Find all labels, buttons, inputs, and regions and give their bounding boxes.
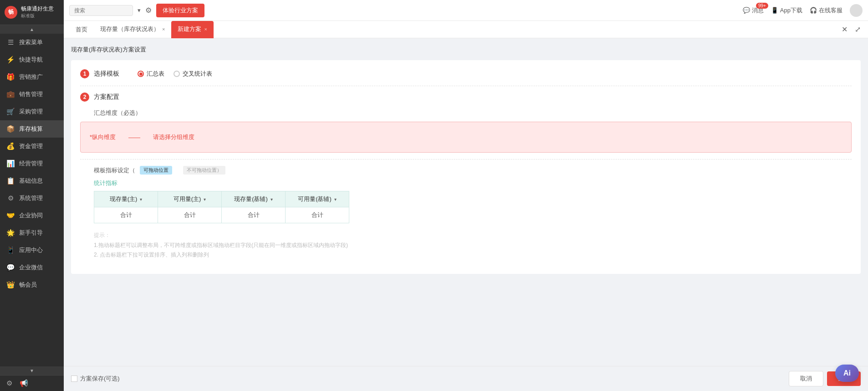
avatar[interactable]	[850, 4, 863, 17]
wechat-icon: 💬	[6, 263, 15, 272]
tips-title: 提示：	[94, 232, 110, 238]
stat-cell-4: 合计	[286, 207, 349, 223]
step1-num: 1	[80, 69, 89, 78]
vertical-dim-box[interactable]: *纵向维度 —— 请选择分组维度	[80, 122, 852, 153]
col3-chevron-icon: ▾	[271, 197, 273, 202]
inventory-status-tab-close-icon[interactable]: ×	[162, 26, 165, 32]
search-input[interactable]	[69, 5, 133, 16]
metric-config: 模板指标设定（ 可拖动位置 不可拖动位置） 统计指标 现存量(主)	[80, 166, 852, 223]
sidebar-item-member-label: 畅会员	[19, 281, 37, 289]
topbar-right: 💬 消息 99+ 📱 App下载 🎧 在线客服	[743, 4, 863, 17]
radio-cross-label: 交叉统计表	[183, 70, 212, 78]
stat-cell-1: 合计	[94, 207, 158, 223]
stat-col-2[interactable]: 可用量(主) ▾	[158, 191, 222, 207]
ai-float-button[interactable]: Ai	[835, 365, 859, 382]
sidebar-scroll-down[interactable]: ▼	[0, 366, 64, 375]
sidebar-item-wechat[interactable]: 💬 企业微信	[0, 259, 64, 276]
management-icon: 📊	[6, 159, 15, 168]
step1-header: 1 选择模板 汇总表 交叉统计表	[80, 69, 852, 78]
purchase-icon: 🛒	[6, 108, 15, 116]
ai-label: Ai	[843, 369, 851, 377]
message-icon: 💬	[743, 7, 750, 14]
stat-col-4[interactable]: 可用量(基辅) ▾	[286, 191, 349, 207]
sidebar-item-marketing[interactable]: 🎁 营销推广	[0, 68, 64, 86]
radio-summary-circle	[138, 71, 144, 77]
expand-panel-icon[interactable]: ⤢	[853, 24, 863, 35]
sidebar-item-basicinfo[interactable]: 📋 基础信息	[0, 172, 64, 190]
dropdown-arrow-icon[interactable]: ▾	[138, 7, 141, 14]
new-scheme-tab-label: 新建方案	[178, 25, 201, 33]
close-panel-icon[interactable]: ✕	[840, 24, 849, 35]
enterprise-icon: 🤝	[6, 211, 15, 220]
col2-chevron-icon: ▾	[204, 197, 206, 202]
tab-home[interactable]: 首页	[69, 21, 94, 38]
save-scheme-checkbox[interactable]	[71, 376, 77, 382]
stat-col-3[interactable]: 现存量(基辅) ▾	[222, 191, 286, 207]
radio-summary-table[interactable]: 汇总表	[138, 70, 164, 78]
radio-cross-table[interactable]: 交叉统计表	[174, 70, 212, 78]
sidebar-scroll-up[interactable]: ▲	[0, 25, 64, 34]
service-label: 在线客服	[819, 6, 842, 15]
service-btn[interactable]: 🎧 在线客服	[810, 6, 842, 15]
settings-icon[interactable]: ⚙	[6, 379, 12, 387]
sidebar-item-quicknav[interactable]: ⚡ 快捷导航	[0, 51, 64, 68]
radio-cross-circle	[174, 71, 180, 77]
stat-col-4-label: 可用量(基辅)	[298, 195, 332, 203]
step1-label: 选择模板	[94, 70, 119, 78]
metric-config-sep	[177, 167, 179, 174]
sidebar-item-member[interactable]: 👑 畅会员	[0, 276, 64, 293]
tab-inventory-status[interactable]: 现存量（库存状况表） ×	[94, 21, 171, 38]
sidebar-item-management[interactable]: 📊 经营管理	[0, 155, 64, 172]
sidebar-item-enterprise[interactable]: 🤝 企业协同	[0, 207, 64, 224]
sidebar-item-quicknav-label: 快捷导航	[19, 56, 43, 64]
sidebar-item-wechat-label: 企业微信	[19, 263, 43, 272]
sidebar-item-search[interactable]: ☰ 搜索菜单	[0, 34, 64, 51]
sidebar-item-sales-label: 销售管理	[19, 90, 43, 98]
member-icon: 👑	[6, 281, 15, 289]
sidebar-item-purchase-label: 采购管理	[19, 108, 43, 116]
app-download-btn[interactable]: 📱 App下载	[771, 6, 802, 15]
sidebar-item-sales[interactable]: 💼 销售管理	[0, 86, 64, 103]
tips-section: 提示： 1.拖动标题栏可以调整布局，不可跨维度或指标区域拖动栏目字段(只能在同一…	[94, 231, 838, 260]
tab-new-scheme[interactable]: 新建方案 ×	[171, 21, 213, 38]
app-logo-icon: 畅	[5, 6, 17, 19]
sidebar-item-newguide[interactable]: 🌟 新手引导	[0, 224, 64, 242]
sidebar-item-inventory-label: 库存核算	[19, 125, 43, 133]
radio-summary-inner	[139, 72, 143, 76]
cancel-button[interactable]: 取消	[789, 371, 823, 386]
sidebar-item-finance-label: 资金管理	[19, 142, 43, 150]
newguide-icon: 🌟	[6, 229, 15, 237]
tabs-bar: 首页 现存量（库存状况表） × 新建方案 × ✕ ⤢	[64, 21, 868, 38]
basicinfo-icon: 📋	[6, 177, 15, 185]
app-download-label: App下载	[780, 6, 802, 15]
messages-btn[interactable]: 💬 消息 99+	[743, 6, 764, 15]
sidebar-item-system-label: 系统管理	[19, 194, 43, 202]
home-tab-label: 首页	[76, 26, 87, 34]
tip2: 2. 点击标题栏下拉可设置排序、插入列和删除列	[94, 250, 838, 260]
search-menu-icon: ☰	[6, 38, 15, 46]
template-options: 汇总表 交叉统计表	[138, 70, 212, 78]
save-scheme-check[interactable]: 方案保存(可选)	[71, 375, 120, 383]
col1-chevron-icon: ▾	[140, 197, 142, 202]
sidebar-logo: 畅 畅康通好生意 标准版	[0, 0, 64, 25]
speaker-icon[interactable]: 📢	[20, 379, 28, 387]
page-title: 现存量(库存状况表)方案设置	[71, 46, 861, 54]
sidebar-item-appcenter[interactable]: 📱 应用中心	[0, 242, 64, 259]
col4-chevron-icon: ▾	[334, 197, 337, 202]
new-scheme-tab-close-icon[interactable]: ×	[204, 26, 207, 32]
sidebar-item-marketing-label: 营销推广	[19, 73, 43, 81]
sidebar-item-inventory[interactable]: 📦 库存核算	[0, 120, 64, 138]
main-area: ▾ ⚙ 体验行业方案 💬 消息 99+ 📱 App下载 🎧 在线客服 首页	[64, 0, 868, 391]
trial-btn[interactable]: 体验行业方案	[156, 4, 204, 17]
headset-icon: 🎧	[810, 7, 817, 14]
app-name: 畅康通好生意	[21, 5, 54, 13]
stat-table-wrapper: 统计指标 现存量(主) ▾	[94, 179, 852, 223]
sidebar-item-system[interactable]: ⚙ 系统管理	[0, 190, 64, 207]
sidebar-item-purchase[interactable]: 🛒 采购管理	[0, 103, 64, 120]
quicknav-icon: ⚡	[6, 56, 15, 64]
sidebar: 畅 畅康通好生意 标准版 ▲ ☰ 搜索菜单 ⚡ 快捷导航 🎁 营销推广 💼 销售…	[0, 0, 64, 391]
settings-gear-icon[interactable]: ⚙	[145, 6, 152, 15]
summary-dim-label: 汇总维度（必选）	[94, 109, 852, 117]
sidebar-item-finance[interactable]: 💰 资金管理	[0, 138, 64, 155]
stat-col-1[interactable]: 现存量(主) ▾	[94, 191, 158, 207]
